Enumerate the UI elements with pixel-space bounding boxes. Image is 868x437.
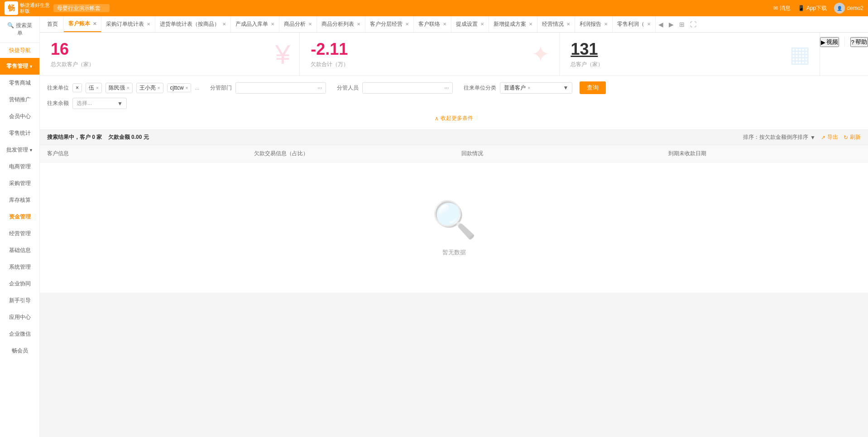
org-selector[interactable]: 母婴行业演示帐套 [53, 4, 110, 12]
tab-close-inbound-stats[interactable]: ✕ [222, 22, 226, 27]
sidebar-item-retail-mall[interactable]: 零售商城 [0, 75, 39, 91]
filter-tag-wu-close[interactable]: × [96, 86, 99, 90]
refresh-button[interactable]: ↻ 刷新 [844, 133, 861, 141]
data-table: 客户信息 欠款交易信息（占比） 回款情况 到期未收款日期 🔍 暂无数据 [40, 145, 868, 293]
messages-button[interactable]: ✉ 消息 [773, 5, 791, 12]
sidebar-item-inventory-label: 库存核算 [9, 197, 31, 203]
sidebar-item-enterprise-wechat-label: 企业微信 [9, 331, 31, 337]
tab-more[interactable]: ⊞ [676, 21, 687, 28]
sidebar-item-wholesale[interactable]: 批发管理 ▼ [0, 142, 39, 158]
sidebar-item-ecommerce[interactable]: 电商管理 [0, 158, 39, 175]
th-repayment: 回款情况 [454, 145, 661, 162]
sidebar-item-operations[interactable]: 经营管理 [0, 225, 39, 242]
sidebar-item-system-label: 系统管理 [9, 264, 31, 270]
sidebar-item-app-center[interactable]: 应用中心 [0, 309, 39, 326]
tab-product-analysis-list[interactable]: 商品分析列表 ✕ [317, 16, 365, 32]
sidebar-item-new-guide[interactable]: 新手引导 [0, 292, 39, 309]
sidebar-search-area: 🔍 搜索菜单 [0, 16, 39, 43]
video-button[interactable]: ▶ 视频 [820, 37, 839, 47]
tab-home[interactable]: 首页 [42, 16, 64, 32]
filter-tag-cjttcw-close[interactable]: × [186, 86, 188, 90]
collapse-button[interactable]: ∧ 收起更多条件 [47, 113, 861, 124]
filter-tag-ordinary-close[interactable]: × [528, 86, 530, 90]
sidebar-item-capital[interactable]: 资金管理 [0, 209, 39, 225]
tab-close-profit-report[interactable]: ✕ [604, 22, 608, 27]
sidebar-item-member[interactable]: 会员中心 [0, 108, 39, 125]
content-area: 首页 客户账本 ✕ 采购订单统计表 ✕ 进货单统计表（按商品） ✕ 产成品入库单… [40, 16, 868, 437]
sidebar-item-retail[interactable]: 零售管理 ▼ [0, 58, 39, 75]
tab-customer-segment[interactable]: 客户分层经营 ✕ [365, 16, 414, 32]
tab-close-produce-inbound[interactable]: ✕ [271, 22, 274, 27]
chevron-down-icon-sort: ▼ [810, 134, 815, 141]
tab-add-achievement[interactable]: 新增提成方案 ✕ [489, 16, 537, 32]
sidebar-item-basic-info[interactable]: 基础信息 [0, 242, 39, 259]
tab-close-reminder-settings[interactable]: ✕ [480, 22, 484, 27]
query-button[interactable]: 查询 [580, 81, 606, 94]
filter-manager-value [366, 84, 442, 92]
filter-dept-select[interactable]: ··· [235, 82, 326, 94]
sidebar-item-system[interactable]: 系统管理 [0, 259, 39, 276]
filter-manager-select[interactable]: ··· [362, 82, 453, 94]
stat-value-customers: 16 [51, 40, 94, 59]
sidebar-item-capital-label: 资金管理 [9, 214, 31, 220]
tab-close-purchase-orders[interactable]: ✕ [147, 22, 150, 27]
app-download-button[interactable]: 📱 App下载 [798, 5, 827, 12]
tab-retail-profit[interactable]: 零售利润（ ✕ [613, 16, 656, 32]
filter-tag-cjttcw-label: cjttcw [170, 85, 184, 91]
table-header: 客户信息 欠款交易信息（占比） 回款情况 到期未收款日期 [40, 145, 868, 162]
filter-dept-value [240, 84, 316, 92]
results-info: 搜索结果中，客户 0 家 欠款金额 0.00 元 [47, 133, 149, 141]
org-selector-wrapper[interactable]: 母婴行业演示帐套 [53, 4, 110, 12]
user-profile[interactable]: 👤 demo2 [834, 3, 863, 14]
sidebar-item-purchase[interactable]: 采购管理 [0, 175, 39, 192]
tab-close-retail-profit[interactable]: ✕ [647, 22, 651, 27]
tab-inbound-stats[interactable]: 进货单统计表（按商品） ✕ [155, 16, 231, 32]
export-button[interactable]: ↗ 导出 [821, 133, 838, 141]
filter-balance-placeholder: 选择... [77, 100, 115, 107]
tab-close-customer-contact[interactable]: ✕ [443, 22, 446, 27]
stat-label-total-customers: 总客户（家） [571, 61, 603, 68]
filter-more-tags[interactable]: ... [195, 85, 199, 91]
tab-purchase-orders[interactable]: 采购订单统计表 ✕ [101, 16, 155, 32]
sidebar-item-enterprise-coop[interactable]: 企业协同 [0, 276, 39, 292]
tab-customers[interactable]: 客户账本 ✕ [64, 16, 101, 32]
tab-close-product-analysis[interactable]: ✕ [308, 22, 312, 27]
export-icon: ↗ [821, 134, 825, 141]
tab-produce-inbound[interactable]: 产成品入库单 ✕ [231, 16, 279, 32]
sidebar-item-retail-stats[interactable]: 零售统计 [0, 125, 39, 142]
help-button[interactable]: ? 帮助 [850, 37, 868, 47]
download-icon: 📱 [798, 5, 805, 11]
tab-scroll-left[interactable]: ◀ [656, 21, 666, 28]
filter-tag-wang-close[interactable]: × [158, 86, 160, 90]
tab-close-business-situation[interactable]: ✕ [566, 22, 570, 27]
filter-tag-chen-label: 陈民强 [109, 84, 125, 92]
top-bar-right: ✉ 消息 📱 App下载 👤 demo2 [773, 3, 863, 14]
filter-category-select[interactable]: 普通客户 × ▼ [500, 82, 572, 94]
filter-tag-chen-close[interactable]: × [127, 86, 129, 90]
sidebar-item-vip[interactable]: 畅会员 [0, 342, 39, 359]
filter-tag-wang: 王小亮 × [136, 83, 163, 93]
sidebar-item-wholesale-label: 批发管理 [6, 146, 28, 154]
tab-business-situation[interactable]: 经营情况 ✕ [537, 16, 575, 32]
tab-close-add-achievement[interactable]: ✕ [529, 22, 532, 27]
app-wrapper: 畅 畅捷通好生意 标版 母婴行业演示帐套 ✉ 消息 📱 App下载 [0, 0, 868, 437]
tab-close-customer-segment[interactable]: ✕ [405, 22, 409, 27]
sidebar-item-inventory[interactable]: 库存核算 [0, 192, 39, 209]
tab-fullscreen[interactable]: ⛶ [687, 21, 699, 28]
filter-balance-select[interactable]: 选择... ▼ [72, 98, 127, 109]
sort-select[interactable]: 排序：按欠款金额倒序排序 ▼ [743, 133, 815, 141]
search-menu-button[interactable]: 🔍 搜索菜单 [4, 20, 36, 39]
sidebar-item-enterprise-wechat[interactable]: 企业微信 [0, 326, 39, 342]
tab-close-product-analysis-list[interactable]: ✕ [357, 22, 360, 27]
quick-nav-button[interactable]: 快捷导航 [0, 43, 39, 58]
stat-value-amount: -2.11 [311, 40, 349, 59]
tab-reminder-settings[interactable]: 提成设置 ✕ [451, 16, 489, 32]
tab-scroll-right[interactable]: ▶ [666, 21, 676, 28]
stat-value-total-customers: 131 [571, 40, 603, 59]
tab-profit-report[interactable]: 利润报告 ✕ [575, 16, 613, 32]
stat-label-customers: 总欠款客户（家） [51, 61, 94, 68]
tab-product-analysis[interactable]: 商品分析 ✕ [279, 16, 317, 32]
tab-close-customers[interactable]: ✕ [93, 21, 96, 26]
sidebar-item-marketing[interactable]: 营销推广 [0, 91, 39, 108]
tab-customer-contact[interactable]: 客户联络 ✕ [414, 16, 451, 32]
